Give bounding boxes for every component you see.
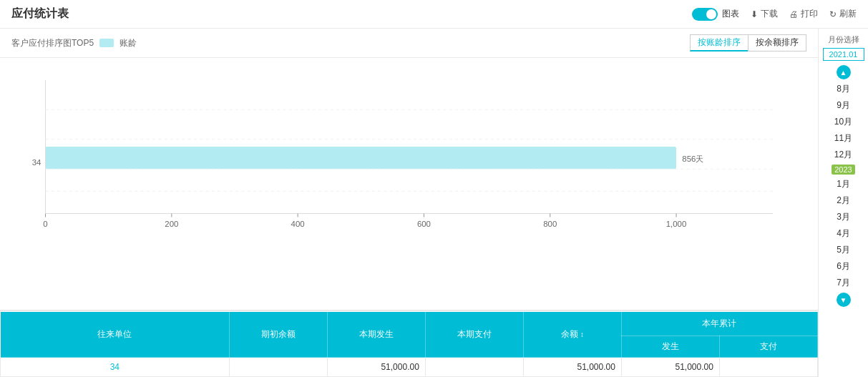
sidebar-month-2[interactable]: 2月 [819, 192, 868, 209]
cell-current-pay [425, 358, 523, 377]
data-table: 往来单位 期初余额 本期发生 本期支付 余额 ↕ 本年累计 发生 [0, 311, 818, 377]
svg-text:800: 800 [543, 220, 557, 228]
col-ytd-pay-header: 支付 [719, 336, 817, 358]
cell-opening [229, 358, 327, 377]
download-button[interactable]: ⬇ 下载 [751, 8, 778, 20]
chart-sort-buttons: 按账龄排序 按余额排序 [690, 34, 806, 52]
chart-toggle-label: 图表 [722, 8, 739, 20]
sidebar-month-9[interactable]: 9月 [819, 97, 868, 114]
chart-toggle[interactable] [692, 8, 718, 21]
cell-current-occur: 51,000.00 [327, 358, 425, 377]
sort-by-balance-button[interactable]: 按余额排序 [748, 34, 806, 52]
svg-text:34: 34 [32, 158, 42, 167]
sidebar-month-10[interactable]: 10月 [819, 114, 868, 130]
sidebar-month-7[interactable]: 7月 [819, 275, 868, 291]
col-opening-header: 期初余额 [229, 312, 327, 358]
col-balance-header: 余额 ↕ [523, 312, 621, 358]
svg-text:856天: 856天 [682, 155, 703, 163]
refresh-icon: ↻ [829, 9, 837, 19]
svg-rect-1 [46, 147, 676, 169]
chart-header: 客户应付排序图TOP5 账龄 按账龄排序 按余额排序 [0, 29, 818, 58]
chart-toggle-wrapper[interactable]: 图表 [692, 8, 739, 21]
header-actions: 图表 ⬇ 下载 🖨 打印 ↻ 刷新 [692, 8, 857, 21]
svg-text:0: 0 [43, 220, 47, 228]
sidebar-title: 月份选择 [828, 31, 859, 48]
page-title: 应付统计表 [11, 6, 69, 21]
sidebar-month-5[interactable]: 5月 [819, 242, 868, 258]
chart-section: 客户应付排序图TOP5 账龄 按账龄排序 按余额排序 34 856天 [0, 29, 818, 377]
print-button[interactable]: 🖨 打印 [789, 8, 818, 20]
col-ytd-occur-header: 发生 [621, 336, 719, 358]
svg-text:400: 400 [291, 220, 305, 228]
sidebar-month-8[interactable]: 8月 [819, 81, 868, 97]
sidebar-month-11[interactable]: 11月 [819, 130, 868, 147]
svg-text:1,000: 1,000 [666, 220, 687, 228]
print-label: 打印 [801, 8, 818, 20]
unit-link[interactable]: 34 [110, 362, 120, 372]
legend-color-box [99, 39, 114, 47]
refresh-label: 刷新 [839, 8, 857, 20]
print-icon: 🖨 [789, 9, 798, 19]
page-header: 应付统计表 图表 ⬇ 下载 🖨 打印 ↻ 刷新 [0, 0, 868, 29]
sort-icon: ↕ [580, 331, 584, 338]
chart-area: 34 856天 0 200 400 [0, 58, 818, 310]
cell-unit: 34 [1, 358, 230, 377]
svg-text:200: 200 [165, 220, 178, 228]
col-current-occur-header: 本期发生 [327, 312, 425, 358]
sidebar-month-4[interactable]: 4月 [819, 225, 868, 242]
svg-text:600: 600 [417, 220, 431, 228]
down-icon: ▼ [840, 296, 847, 304]
bar-chart: 34 856天 0 200 400 [7, 65, 804, 265]
chart-legend: 客户应付排序图TOP5 账龄 [11, 37, 137, 49]
chart-top-title: 客户应付排序图TOP5 [11, 37, 94, 49]
sidebar-month-12[interactable]: 12月 [819, 147, 868, 163]
download-label: 下载 [761, 8, 778, 20]
col-current-pay-header: 本期支付 [425, 312, 523, 358]
cell-balance: 51,000.00 [523, 358, 621, 377]
col-ytd-header: 本年累计 [621, 312, 817, 336]
sidebar-up-button[interactable]: ▲ [837, 65, 851, 79]
table-header-row: 往来单位 期初余额 本期发生 本期支付 余额 ↕ 本年累计 [1, 312, 818, 336]
table-section: 往来单位 期初余额 本期发生 本期支付 余额 ↕ 本年累计 发生 [0, 310, 818, 377]
col-unit-header: 往来单位 [1, 312, 230, 358]
sort-by-age-button[interactable]: 按账龄排序 [690, 34, 748, 52]
download-icon: ⬇ [751, 9, 758, 19]
up-icon: ▲ [840, 69, 847, 77]
cell-ytd-occur: 51,000.00 [621, 358, 719, 377]
sidebar-month-6[interactable]: 6月 [819, 258, 868, 275]
refresh-button[interactable]: ↻ 刷新 [829, 8, 857, 20]
sidebar-year-label: 2023 [832, 165, 854, 175]
table-row: 34 51,000.00 51,000.00 51,000.00 [1, 358, 818, 377]
legend-label: 账龄 [120, 37, 137, 49]
right-sidebar: 月份选择 ▲ 8月 9月 10月 11月 12月 2023 1月 2月 3月 4… [818, 29, 868, 377]
main-content: 客户应付排序图TOP5 账龄 按账龄排序 按余额排序 34 856天 [0, 29, 868, 377]
sidebar-month-1[interactable]: 1月 [819, 176, 868, 192]
cell-ytd-pay [719, 358, 817, 377]
sidebar-month-3[interactable]: 3月 [819, 209, 868, 225]
year-input[interactable] [823, 48, 864, 61]
sidebar-down-button[interactable]: ▼ [837, 293, 851, 307]
